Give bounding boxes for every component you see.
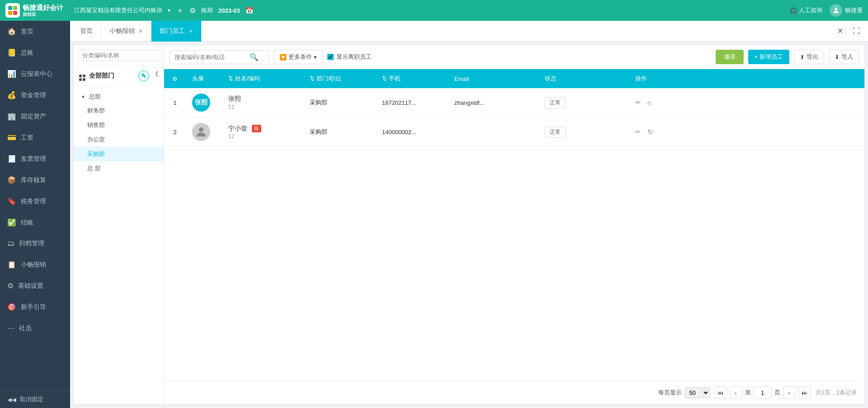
- page-size-selector[interactable]: 每页显示 50 10 20 100: [658, 387, 710, 399]
- tab-expense[interactable]: 小畅报销 ✕: [101, 21, 151, 42]
- tab-department[interactable]: 部门员工 ✕: [151, 21, 202, 42]
- show-resigned-checkbox-label[interactable]: 显示离职员工: [327, 53, 372, 61]
- tab-maximize-button[interactable]: ⛶: [850, 25, 863, 38]
- sidebar-item-funds[interactable]: 💰 资金管理: [0, 84, 70, 106]
- page-size-label: 每页显示: [658, 389, 682, 397]
- sidebar-item-inventory[interactable]: 📦 库存核算: [0, 169, 70, 191]
- add-employee-button[interactable]: + 新增员工: [748, 50, 789, 64]
- row1-status-cell: 正常: [538, 88, 629, 117]
- tax-icon: 🔖: [7, 197, 16, 206]
- page-label: 页: [774, 389, 780, 397]
- more-filter-button[interactable]: 🔽 更多条件 ▾: [274, 50, 323, 64]
- sidebar-item-expense[interactable]: 📋 小畅报销: [0, 254, 70, 275]
- row2-refresh-icon[interactable]: ↻: [647, 128, 653, 136]
- row2-avatar: [192, 123, 210, 141]
- employee-search-box[interactable]: 🔍: [170, 50, 269, 64]
- pin-icon: ◀◀: [7, 396, 16, 403]
- sidebar-label-invoice: 发票管理: [21, 155, 46, 163]
- calendar-icon[interactable]: 📅: [245, 7, 253, 14]
- dept-group-hq[interactable]: ▼ 总部: [74, 90, 164, 103]
- row1-edit-icon[interactable]: ✏: [635, 98, 641, 107]
- import-button[interactable]: ⬇ 导入: [829, 50, 859, 64]
- row1-avatar: 张熙: [192, 94, 210, 112]
- col-name-code[interactable]: ⇅ 姓名/编码: [222, 69, 303, 88]
- row2-email: [448, 117, 538, 147]
- user-area[interactable]: 畅捷通: [830, 4, 863, 17]
- prev-page-button[interactable]: ‹: [730, 386, 742, 399]
- home-icon: 🏠: [7, 27, 16, 36]
- company-dropdown-icon[interactable]: ▾: [168, 7, 170, 14]
- app-title: 畅捷通好会计: [23, 4, 63, 12]
- employee-table: ⚙ 头像 ⇅ 姓名/编码 ⇅ 部门/职位 ⇅ 手机 Email 状态 操作: [164, 69, 864, 147]
- import-icon: ⬇: [835, 54, 840, 61]
- sidebar-label-home: 首页: [21, 28, 33, 36]
- dept-item-sales[interactable]: 销售部: [74, 118, 164, 132]
- employee-search-input[interactable]: [175, 54, 247, 61]
- employee-table-container: ⚙ 头像 ⇅ 姓名/编码 ⇅ 部门/职位 ⇅ 手机 Email 状态 操作: [164, 69, 864, 380]
- cancel-pin-button[interactable]: ◀◀ 取消固定: [0, 390, 70, 408]
- more-filter-label: 更多条件: [288, 53, 312, 61]
- sidebar-item-assets[interactable]: 🏢 固定资产: [0, 106, 70, 127]
- settings-icon[interactable]: ⚙: [189, 6, 196, 15]
- dept-item-hq-sub[interactable]: 总 部: [74, 161, 164, 176]
- page-input[interactable]: [754, 386, 772, 399]
- row2-actions-cell: ✏ ↻: [629, 117, 864, 147]
- row2-edit-icon[interactable]: ✏: [635, 128, 641, 136]
- sidebar-label-archive: 归档管理: [19, 239, 44, 248]
- filter-icon: 🔽: [279, 54, 287, 61]
- tab-home[interactable]: 首页: [72, 21, 101, 42]
- funds-icon: 💰: [7, 91, 16, 99]
- dept-office-label: 办公室: [87, 136, 105, 143]
- sidebar-item-payroll[interactable]: 💳 工资: [0, 127, 70, 148]
- page-size-select[interactable]: 50 10 20 100: [684, 387, 710, 399]
- row1-index: 1: [164, 88, 186, 117]
- sidebar-item-archive[interactable]: 🗂 归档管理: [0, 233, 70, 254]
- dept-search-input[interactable]: [78, 50, 162, 61]
- invite-button[interactable]: 邀请: [716, 50, 744, 64]
- col-dept-position[interactable]: ⇅ 部门/职位: [303, 69, 376, 88]
- dept-sales-label: 销售部: [87, 122, 105, 128]
- tab-department-close-icon[interactable]: ✕: [189, 28, 193, 34]
- sidebar-item-more[interactable]: ⋯ 社员: [0, 318, 70, 339]
- sidebar-item-reports[interactable]: 📊 云报表中心: [0, 63, 70, 84]
- headset-icon: 🎧: [790, 7, 797, 14]
- add-company-button[interactable]: ＋: [176, 5, 184, 16]
- dept-item-finance[interactable]: 财务部: [74, 103, 164, 118]
- row1-avatar-cell: 张熙: [186, 88, 222, 117]
- tab-expense-close-icon[interactable]: ✕: [138, 28, 143, 34]
- reports-icon: 📊: [7, 70, 16, 78]
- col-avatar: 头像: [186, 69, 222, 88]
- next-page-button[interactable]: ›: [783, 386, 796, 399]
- edit-dept-icon[interactable]: ✎: [138, 70, 149, 81]
- row2-code: 12: [228, 133, 234, 140]
- sidebar-label-tax: 税务管理: [21, 197, 46, 206]
- tab-close-window-button[interactable]: ✕: [834, 25, 846, 38]
- export-label: 导出: [807, 53, 818, 61]
- show-resigned-checkbox[interactable]: [327, 54, 334, 60]
- expand-triangle-icon: ▼: [81, 94, 85, 99]
- sidebar-item-settings[interactable]: ⚙ 基础设置: [0, 275, 70, 296]
- dept-item-purchase[interactable]: 采购部: [74, 147, 164, 161]
- pagination-total: 共1页，2条记录: [816, 389, 857, 397]
- company-name: 江西服宝精品有限责任公司内账张: [74, 6, 162, 14]
- row2-name-cell: 宁小壹 应 12: [222, 117, 303, 147]
- sidebar-item-guide[interactable]: 🎯 新手引导: [0, 296, 70, 318]
- support-button[interactable]: 🎧 人工咨询: [790, 6, 822, 14]
- sidebar-item-close[interactable]: ✅ 结账: [0, 212, 70, 233]
- col-settings[interactable]: ⚙: [164, 69, 186, 88]
- dept-group-hq-label: 总部: [89, 93, 101, 100]
- pagination: 每页显示 50 10 20 100 ⏮ ‹ 第 页: [164, 380, 864, 404]
- dept-item-office[interactable]: 办公室: [74, 132, 164, 147]
- sidebar-item-invoice[interactable]: 🧾 发票管理: [0, 148, 70, 169]
- employee-search-icon[interactable]: 🔍: [250, 53, 259, 61]
- row1-logout-icon[interactable]: ⎋: [647, 99, 651, 107]
- sidebar-item-tax[interactable]: 🔖 税务管理: [0, 191, 70, 212]
- sidebar-item-ledger[interactable]: 📒 总账: [0, 42, 70, 63]
- last-page-button[interactable]: ⏭: [798, 386, 811, 399]
- first-page-button[interactable]: ⏮: [714, 386, 727, 399]
- department-panel: 🔍 全部部门 ✎ 《 ▼ 总部: [74, 45, 164, 404]
- col-phone[interactable]: ⇅ 手机: [376, 69, 448, 88]
- export-button[interactable]: ⬆ 导出: [794, 50, 824, 64]
- sidebar-item-home[interactable]: 🏠 首页: [0, 21, 70, 42]
- collapse-dept-icon[interactable]: 《: [152, 70, 158, 81]
